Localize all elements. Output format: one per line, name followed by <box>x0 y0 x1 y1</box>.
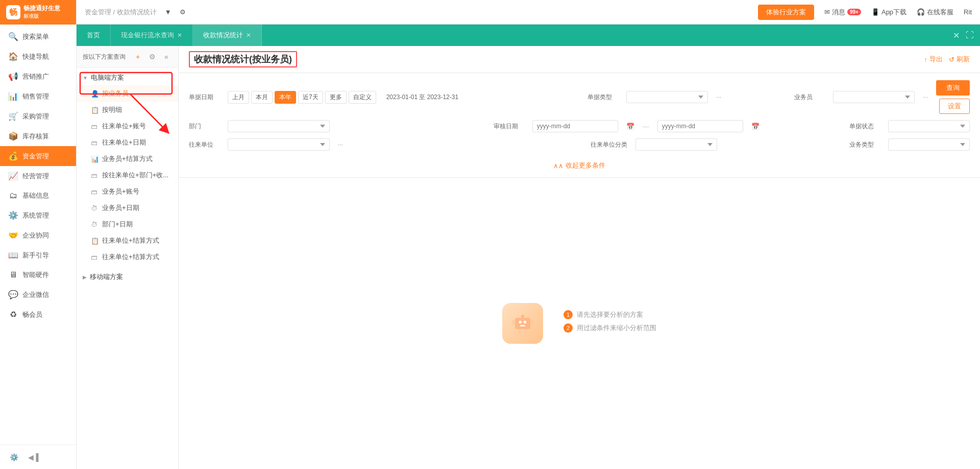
sidebar-item-quicknav[interactable]: 🏠 快捷导航 <box>0 46 76 66</box>
date-btn-7days[interactable]: 近7天 <box>298 91 323 104</box>
scheme-collapse-btn[interactable]: « <box>161 51 172 62</box>
doc-type-more-btn[interactable]: ··· <box>716 93 721 101</box>
counterpart-select[interactable] <box>228 138 330 151</box>
sidebar-item-vip[interactable]: ♻ 畅会员 <box>0 304 76 324</box>
vip-icon: ♻ <box>8 310 18 319</box>
app-download-btn[interactable]: 📱 App下载 <box>871 8 906 17</box>
sidebar-item-search[interactable]: 🔍 搜索菜单 <box>0 27 76 46</box>
sidebar-item-label: 系统管理 <box>22 211 49 220</box>
date-btn-this-month[interactable]: 本月 <box>251 91 273 104</box>
scheme-settings-btn[interactable]: ⚙ <box>146 51 158 62</box>
message-btn[interactable]: ✉ 消息 99+ <box>824 8 861 17</box>
chevron-down-icon: ▼ <box>83 75 88 81</box>
calendar-icon[interactable]: 📅 <box>626 123 634 130</box>
scheme-item-by-unit-settlement2[interactable]: 📋 往来单位+结算方式 <box>77 232 178 249</box>
sidebar-settings-btn[interactable]: ⚙️ <box>8 452 19 463</box>
sidebar-item-business[interactable]: 📈 经营管理 <box>0 166 76 186</box>
review-date-from[interactable] <box>532 120 618 132</box>
tab-bank-label: 现金银行流水查询 <box>121 31 174 40</box>
scheme-group-mobile-header[interactable]: ▶ 移动端方案 <box>77 269 178 285</box>
sidebar-item-finance[interactable]: 💰 资金管理 <box>0 146 76 166</box>
topbar-left: 资金管理 / 收款情况统计 ▼ ⚙ <box>85 8 186 17</box>
review-date-label: 审核日期 <box>494 122 524 131</box>
sidebar-item-label: 基础信息 <box>22 191 49 200</box>
export-btn[interactable]: ↑ 导出 <box>924 55 943 64</box>
tab-receipt[interactable]: 收款情况统计 ✕ <box>193 25 262 46</box>
scheme-item-by-salesperson-date[interactable]: ⏱ 业务员+日期 <box>77 200 178 216</box>
sidebar-item-inventory[interactable]: 📦 库存核算 <box>0 126 76 146</box>
online-service-btn[interactable]: 🎧 在线客服 <box>917 8 953 17</box>
sidebar-item-label: 智能硬件 <box>22 270 49 279</box>
scheme-item-by-dept-date[interactable]: ⏱ 部门+日期 <box>77 216 178 232</box>
hint-text-1: 请先选择要分析的方案 <box>577 310 643 319</box>
home-icon: 🏠 <box>8 52 18 61</box>
topbar-dropdown-btn[interactable]: ▼ <box>165 8 172 16</box>
doc-status-select[interactable] <box>888 120 970 132</box>
robot-icon <box>502 303 543 344</box>
calendar2-icon[interactable]: 📅 <box>751 123 760 130</box>
sidebar-item-marketing[interactable]: 📢 营销推广 <box>0 66 76 86</box>
dept-select[interactable] <box>228 120 330 132</box>
sidebar-item-system[interactable]: ⚙️ 系统管理 <box>0 205 76 225</box>
sidebar-item-hardware[interactable]: 🖥 智能硬件 <box>0 265 76 285</box>
scheme-item-by-unit-settlement3[interactable]: 🗃 往来单位+结算方式 <box>77 249 178 265</box>
sidebar-item-label: 企业微信 <box>22 290 49 299</box>
scheme-item-by-salesperson[interactable]: 👤 按业务员 <box>77 85 178 102</box>
sidebar-item-guide[interactable]: 📖 新手引导 <box>0 245 76 265</box>
sidebar-item-label: 销售管理 <box>22 92 49 101</box>
date-btn-more[interactable]: 更多 <box>325 91 347 104</box>
list-icon: 📋 <box>91 106 99 114</box>
page-title: 收款情况统计(按业务员) <box>189 51 297 67</box>
scheme-group-mobile-label: 移动端方案 <box>90 272 123 282</box>
review-date-to[interactable] <box>657 120 743 132</box>
sidebar-item-company[interactable]: 🤝 企业协同 <box>0 225 76 245</box>
counterpart-more-btn[interactable]: ··· <box>338 141 343 148</box>
sidebar-item-sales[interactable]: 📊 销售管理 <box>0 86 76 106</box>
scheme-item-by-salesperson-account[interactable]: 🗃 业务员+账号 <box>77 183 178 200</box>
scheme-item-by-unit-account[interactable]: 🗃 往来单位+账号 <box>77 118 178 134</box>
counterpart-category-select[interactable] <box>635 138 717 151</box>
breadcrumb-text: 资金管理 / 收款情况统计 <box>85 8 157 17</box>
online-service-label: 在线客服 <box>927 8 953 17</box>
scheme-item-by-unit-dept[interactable]: 🗃 按往来单位+部门+收... <box>77 167 178 183</box>
clock-icon: ⏱ <box>91 204 99 212</box>
scheme-header-actions: + ⚙ « <box>132 51 172 62</box>
tab-home[interactable]: 首页 <box>77 25 111 46</box>
scheme-item-label: 按明细 <box>102 105 122 114</box>
tab-receipt-close[interactable]: ✕ <box>246 32 251 39</box>
scheme-item-by-unit-date[interactable]: 🗃 往来单位+日期 <box>77 134 178 151</box>
settings-btn[interactable]: 设置 <box>939 99 970 114</box>
sidebar-item-label: 库存核算 <box>22 132 49 141</box>
trial-btn[interactable]: 体验行业方案 <box>758 5 814 20</box>
doc-type-select[interactable] <box>626 91 708 103</box>
sidebar-item-base[interactable]: 🗂 基础信息 <box>0 186 76 205</box>
query-btn[interactable]: 查询 <box>936 80 970 96</box>
biz-type-select[interactable] <box>888 138 970 151</box>
search-icon: 🔍 <box>8 32 18 41</box>
scheme-item-by-salesperson-settlement[interactable]: 📊 业务员+结算方式 <box>77 151 178 167</box>
refresh-btn[interactable]: ↺ 刷新 <box>949 55 970 64</box>
collapse-btn[interactable]: ∧∧ 收起更多条件 <box>553 161 605 170</box>
scheme-item-label: 业务员+结算方式 <box>102 154 153 163</box>
sidebar-item-wechat[interactable]: 💬 企业微信 <box>0 285 76 304</box>
scheme-add-btn[interactable]: + <box>132 51 143 62</box>
scheme-item-label: 业务员+账号 <box>102 187 139 196</box>
sidebar-item-purchase[interactable]: 🛒 采购管理 <box>0 106 76 126</box>
tab-bank[interactable]: 现金银行流水查询 ✕ <box>111 25 193 46</box>
scheme-item-label: 业务员+日期 <box>102 203 139 213</box>
scheme-item-by-detail[interactable]: 📋 按明细 <box>77 102 178 118</box>
tab-close-all-btn[interactable]: ✕ <box>953 31 960 40</box>
salesperson-more-btn[interactable]: ··· <box>923 93 928 101</box>
date-btn-custom[interactable]: 自定义 <box>349 91 376 104</box>
svg-rect-6 <box>512 320 514 325</box>
tab-bank-close[interactable]: ✕ <box>177 32 182 39</box>
sidebar-collapse-btn[interactable]: ◀▐ <box>28 452 39 463</box>
date-btn-this-year[interactable]: 本年 <box>275 91 296 104</box>
salesperson-select[interactable] <box>833 91 915 103</box>
date-btn-last-month[interactable]: 上月 <box>228 91 249 104</box>
topbar-settings-btn[interactable]: ⚙ <box>180 8 186 16</box>
tab-maximize-btn[interactable]: ⛶ <box>966 31 974 40</box>
filter-collapse-area: ∧∧ 收起更多条件 <box>189 157 970 170</box>
scheme-group-pc-header[interactable]: ▼ 电脑端方案 <box>77 70 178 85</box>
date-divider: — <box>643 123 649 130</box>
